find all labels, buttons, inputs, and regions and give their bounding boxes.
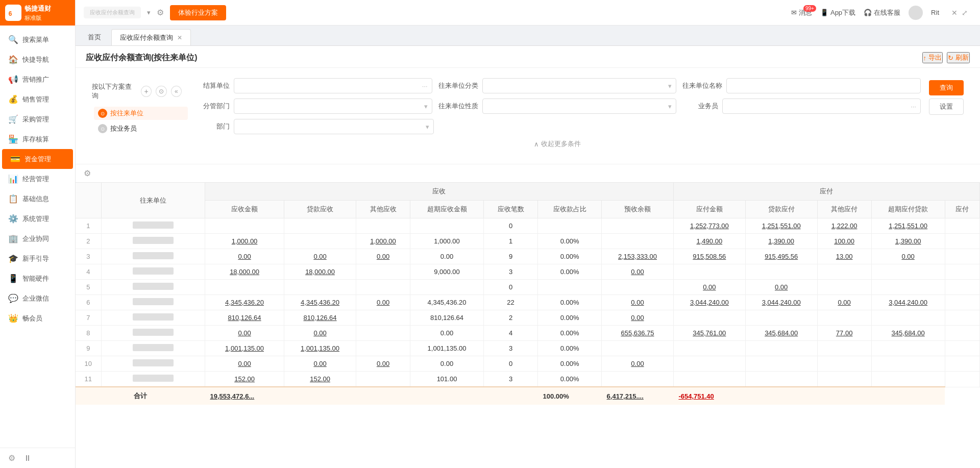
cell-ap-overdue-loan[interactable]: 1,390.00 (871, 234, 945, 249)
cell-ap-other[interactable]: 13.00 (817, 249, 871, 264)
unit-category-chevron[interactable]: ▾ (668, 82, 672, 90)
table-settings-icon[interactable]: ⚙ (84, 168, 91, 178)
sidebar-item-inventory[interactable]: 🏪 库存核算 (0, 129, 75, 149)
topbar-message[interactable]: ✉ 消息 99+ (791, 8, 812, 17)
cell-ap-other[interactable]: 77.00 (817, 326, 871, 341)
cell-ap-loan[interactable]: 1,251,551.00 (745, 218, 817, 234)
topbar-chevron-icon[interactable]: ▾ (147, 9, 151, 16)
dept-input[interactable]: ▾ (234, 119, 434, 134)
topbar-app-download[interactable]: 📱 App下载 (820, 8, 855, 17)
cell-ap-overdue-loan[interactable]: 1,251,551.00 (871, 218, 945, 234)
user-avatar[interactable] (909, 6, 923, 20)
cell-ar-loan[interactable]: 0.00 (284, 326, 356, 341)
sidebar-item-member[interactable]: 👑 畅会员 (0, 308, 75, 328)
sidebar-item-quick-nav[interactable]: 🏠 快捷导航 (0, 50, 75, 69)
scheme-settings-icon[interactable]: ⊙ (156, 86, 166, 97)
cell-ar-amount[interactable]: 0.00 (205, 326, 284, 341)
settlement-unit-input[interactable]: ··· (234, 78, 432, 93)
cell-ap-loan[interactable]: 3,044,240.00 (745, 295, 817, 310)
cell-ar-amount[interactable]: 4,345,436.20 (205, 295, 284, 310)
unit-name-input[interactable] (726, 78, 921, 93)
cell-ap-other[interactable]: 0.00 (817, 295, 871, 310)
cell-ar-loan[interactable]: 152.00 (284, 372, 356, 387)
footer-ap-amount[interactable]: -654,751.40 (673, 387, 745, 405)
settings-button[interactable]: 设置 (929, 98, 964, 115)
dept-chevron[interactable]: ▾ (426, 123, 429, 131)
cell-advance-balance[interactable]: 2,153,333.00 (602, 249, 674, 264)
close-window-icon[interactable]: ✕ (951, 9, 958, 17)
cell-ar-amount[interactable]: 0.00 (205, 249, 284, 264)
export-button[interactable]: ↑ 导出 (922, 52, 943, 63)
tab-ar-ap[interactable]: 应收应付余额查询 ✕ (111, 29, 191, 45)
cell-ar-loan[interactable]: 0.00 (284, 356, 356, 372)
dept-manager-input[interactable]: ▾ (234, 98, 432, 114)
cell-advance-balance[interactable]: 0.00 (602, 356, 674, 372)
cell-ar-amount[interactable]: 810,126.64 (205, 310, 284, 326)
topbar-service[interactable]: 🎧 在线客服 (864, 8, 900, 17)
tab-ar-ap-close-icon[interactable]: ✕ (177, 34, 182, 41)
sidebar-item-basic[interactable]: 📋 基础信息 (0, 189, 75, 209)
cell-ap-loan[interactable]: 0.00 (745, 280, 817, 295)
cell-ap-amount[interactable]: 345,761.00 (673, 326, 745, 341)
salesperson-input[interactable]: ··· (722, 98, 921, 114)
cell-ar-amount[interactable]: 152.00 (205, 372, 284, 387)
cell-ar-other[interactable]: 1,000.00 (356, 234, 410, 249)
add-scheme-button[interactable]: + (141, 86, 152, 97)
cell-ap-other[interactable]: 1,222.00 (817, 218, 871, 234)
filter-by-salesperson[interactable]: ⊙ 按业务员 (94, 122, 188, 135)
cell-ap-overdue-loan[interactable]: 3,044,240.00 (871, 295, 945, 310)
dept-manager-chevron[interactable]: ▾ (424, 103, 428, 110)
query-button[interactable]: 查询 (929, 80, 964, 95)
cell-ar-other[interactable]: 0.00 (356, 249, 410, 264)
cell-ar-other[interactable]: 0.00 (356, 295, 410, 310)
sidebar-item-wechat[interactable]: 💬 企业微信 (0, 288, 75, 308)
cell-ap-other[interactable]: 100.00 (817, 234, 871, 249)
cell-advance-balance[interactable]: 0.00 (602, 295, 674, 310)
solution-button[interactable]: 体验行业方案 (170, 5, 226, 20)
cell-ap-amount[interactable]: 0.00 (673, 280, 745, 295)
footer-ar-amount[interactable]: 19,553,472,6... (205, 387, 284, 405)
scheme-collapse-icon[interactable]: « (171, 86, 182, 97)
unit-nature-chevron[interactable]: ▾ (668, 103, 672, 110)
cell-advance-balance[interactable]: 0.00 (602, 264, 674, 280)
table-container[interactable]: 往来单位 应收 应付 应收金额 贷款应收 其他应收 超期应收金额 应收笔数 应收… (76, 182, 980, 468)
cell-advance-balance[interactable]: 0.00 (602, 310, 674, 326)
settlement-unit-dots[interactable]: ··· (422, 82, 428, 90)
cell-ar-loan[interactable]: 0.00 (284, 249, 356, 264)
sidebar-item-search-menu[interactable]: 🔍 搜索菜单 (0, 30, 75, 50)
cell-ap-amount[interactable]: 3,044,240.00 (673, 295, 745, 310)
sidebar-item-sales[interactable]: 💰 销售管理 (0, 89, 75, 109)
sidebar-settings-btn[interactable]: ⚙ (8, 453, 15, 463)
cell-ap-amount[interactable]: 915,508.56 (673, 249, 745, 264)
cell-ar-amount[interactable]: 18,000.00 (205, 264, 284, 280)
username-label[interactable]: Rit (931, 9, 939, 16)
cell-ar-loan[interactable]: 1,001,135.00 (284, 341, 356, 356)
cell-ar-loan[interactable]: 4,345,436.20 (284, 295, 356, 310)
cell-ap-amount[interactable]: 1,252,773.00 (673, 218, 745, 234)
cell-ap-loan[interactable]: 345,684.00 (745, 326, 817, 341)
sidebar-item-marketing[interactable]: 📢 营销推广 (0, 69, 75, 89)
sidebar-item-hardware[interactable]: 📱 智能硬件 (0, 268, 75, 288)
cell-ar-amount[interactable]: 0.00 (205, 356, 284, 372)
refresh-button[interactable]: ↻ 刷新 (947, 52, 970, 63)
collapse-more-btn[interactable]: ∧ 收起更多条件 (194, 136, 921, 152)
maximize-window-icon[interactable]: ⤢ (962, 9, 968, 17)
sidebar-item-guide[interactable]: 🎓 新手引导 (0, 249, 75, 268)
cell-advance-balance[interactable]: 655,636.75 (602, 326, 674, 341)
cell-ap-loan[interactable]: 1,390.00 (745, 234, 817, 249)
sidebar-item-purchase[interactable]: 🛒 采购管理 (0, 109, 75, 129)
cell-ar-other[interactable]: 0.00 (356, 356, 410, 372)
cell-ap-overdue-loan[interactable]: 345,684.00 (871, 326, 945, 341)
topbar-gear-icon[interactable]: ⚙ (157, 8, 164, 17)
tab-home[interactable]: 首页 (80, 29, 109, 45)
cell-ar-amount[interactable]: 1,001,135.00 (205, 341, 284, 356)
unit-nature-input[interactable]: ▾ (482, 98, 677, 114)
unit-category-input[interactable]: ▾ (482, 78, 677, 93)
cell-ap-loan[interactable]: 915,495.56 (745, 249, 817, 264)
footer-advance-balance[interactable]: 6,417,215.... (602, 387, 674, 405)
cell-ap-amount[interactable]: 1,490.00 (673, 234, 745, 249)
filter-by-unit[interactable]: ⊙ 按往来单位 (94, 107, 188, 120)
sidebar-item-corp[interactable]: 🏢 企业协同 (0, 229, 75, 249)
cell-ap-overdue-loan[interactable]: 0.00 (871, 249, 945, 264)
cell-ar-loan[interactable]: 18,000.00 (284, 264, 356, 280)
